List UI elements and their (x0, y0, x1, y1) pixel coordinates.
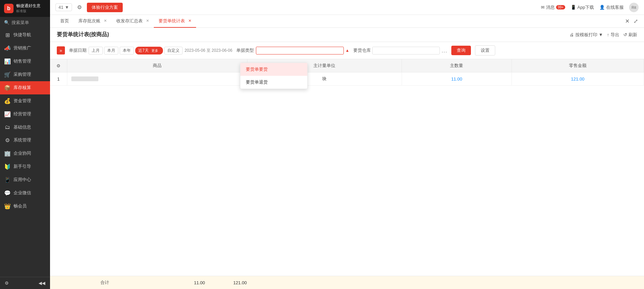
row-quantity: 11.00 (402, 72, 511, 86)
tab-close-order-stats[interactable]: ✕ (188, 19, 191, 23)
date-btn-custom[interactable]: 自定义 (164, 47, 183, 54)
topbar: 41 ▼ ⚙ 体验行业方案 ✉ 消息 99+ 📱 App下载 👤 在线客服 Ri… (50, 0, 644, 15)
date-btn-this-month[interactable]: 本月 (104, 47, 118, 54)
col-settings[interactable]: ⚙ (50, 59, 67, 72)
query-btn[interactable]: 查询 (451, 46, 471, 55)
sidebar-bottom: ⚙ ◀◀ (0, 277, 50, 289)
sidebar-item-inventory[interactable]: 📦 库存核算 (0, 81, 50, 94)
operations-icon: 📈 (4, 111, 11, 117)
app-download-btn[interactable]: 📱 App下载 (571, 4, 594, 10)
row-index: 1 (50, 72, 67, 86)
message-badge: 99+ (556, 5, 565, 9)
table-row: 1 块 11.00 121.00 (50, 72, 644, 86)
purchase-icon: 🛒 (4, 71, 11, 78)
sidebar-item-member[interactable]: 👑 畅会员 (0, 200, 50, 213)
dropdown-item-order-goods[interactable]: 要货单要货 (240, 63, 307, 76)
date-range-display: 2023-05-06 至 2023-06-06 (185, 48, 232, 53)
store-dropdown-icon: ▼ (65, 5, 69, 10)
sidebar-item-purchase[interactable]: 🛒 采购管理 (0, 68, 50, 81)
quick-nav-icon: ⊞ (4, 32, 11, 38)
row-product (67, 72, 247, 86)
amount-link[interactable]: 121.00 (571, 76, 585, 82)
enterprise-icon: 🏢 (4, 150, 11, 157)
row-amount: 121.00 (511, 72, 644, 86)
filter-bar: » 单据日期 上月 本月 本年 近7天 更多 自定义 2023-05-06 至 … (50, 42, 644, 59)
main-area: 41 ▼ ⚙ 体验行业方案 ✉ 消息 99+ 📱 App下载 👤 在线客服 Ri… (50, 0, 644, 289)
sidebar-item-app-center[interactable]: 📱 应用中心 (0, 173, 50, 186)
type-select-arrow[interactable]: ▲ (345, 48, 349, 53)
type-select-wrapper: ▲ (256, 47, 349, 54)
sales-icon: 📊 (4, 58, 11, 65)
sidebar-item-sales[interactable]: 📊 销售管理 (0, 55, 50, 68)
sidebar-nav: ⊞ 快捷导航 📣 营销推广 📊 销售管理 🛒 采购管理 📦 库存核算 💰 资金管… (0, 28, 50, 277)
finance-icon: 💰 (4, 98, 11, 104)
store-name: 41 (58, 5, 63, 10)
tab-receive-summary[interactable]: 收发存汇总表 ✕ (112, 15, 154, 28)
tab-close-inventory-batch[interactable]: ✕ (104, 19, 107, 23)
page-content: 要货单统计表(按商品) 🖨 按模板打印 ▼ ↑ 导出 ↺ 刷新 (50, 28, 644, 289)
tab-close-receive-summary[interactable]: ✕ (146, 19, 149, 23)
tab-inventory-batch[interactable]: 库存批次账 ✕ (74, 15, 112, 28)
refresh-icon: ↺ (623, 32, 627, 37)
guide-icon: 🔰 (4, 163, 11, 170)
online-service-btn[interactable]: 👤 在线客服 (599, 4, 624, 10)
tab-home[interactable]: 首页 (55, 15, 74, 28)
message-icon: ✉ (541, 5, 545, 10)
topbar-settings-btn[interactable]: ⚙ (75, 3, 84, 12)
footer-amount: 121.00 (220, 280, 260, 285)
table-header-row: ⚙ 商品 主计量单位 主数量 零 (50, 59, 644, 72)
quantity-link[interactable]: 11.00 (451, 76, 462, 82)
app-center-icon: 📱 (4, 177, 11, 183)
filter-expand-btn[interactable]: » (57, 46, 65, 54)
wechat-icon: 💬 (4, 190, 11, 196)
message-btn[interactable]: ✉ 消息 99+ (541, 4, 565, 10)
sidebar-item-wechat[interactable]: 💬 企业微信 (0, 186, 50, 200)
sidebar-item-enterprise[interactable]: 🏢 企业协同 (0, 147, 50, 160)
sidebar-logo: b 畅捷通好生意 标准版 (0, 0, 50, 17)
tabbar-actions: ✕ ⤢ (624, 17, 639, 25)
sidebar-item-basic-info[interactable]: 🗂 基础信息 (0, 121, 50, 134)
sidebar-collapse-btn[interactable]: ◀◀ (39, 281, 45, 286)
sidebar-search[interactable]: 🔍 搜索菜单 (0, 17, 50, 28)
settings-filter-btn[interactable]: 设置 (475, 45, 495, 55)
print-btn[interactable]: 🖨 按模板打印 ▼ (570, 32, 603, 38)
date-btn-last-7-days[interactable]: 近7天 更多 (135, 47, 163, 54)
sidebar-item-quick-nav[interactable]: ⊞ 快捷导航 (0, 28, 50, 42)
basic-info-icon: 🗂 (4, 124, 11, 130)
system-icon: ⚙ (4, 137, 11, 143)
product-name-placeholder (71, 76, 98, 81)
sidebar-item-system[interactable]: ⚙ 系统管理 (0, 134, 50, 147)
date-btn-last-month[interactable]: 上月 (89, 47, 103, 54)
store-selector[interactable]: 41 ▼ (55, 3, 72, 11)
sidebar: b 畅捷通好生意 标准版 🔍 搜索菜单 ⊞ 快捷导航 📣 营销推广 📊 销售管理… (0, 0, 50, 289)
sidebar-item-operations[interactable]: 📈 经营管理 (0, 108, 50, 121)
date-buttons: 上月 本月 本年 近7天 更多 自定义 (89, 47, 183, 54)
type-select-input[interactable] (256, 47, 344, 54)
col-quantity: 主数量 (402, 59, 511, 72)
sidebar-item-guide[interactable]: 🔰 新手引导 (0, 160, 50, 173)
inventory-icon: 📦 (4, 85, 11, 91)
sidebar-item-marketing[interactable]: 📣 营销推广 (0, 42, 50, 55)
more-badge: 更多 (150, 48, 160, 53)
sidebar-settings-icon[interactable]: ⚙ (5, 281, 9, 286)
table-area: ⚙ 商品 主计量单位 主数量 零 (50, 59, 644, 276)
sidebar-item-finance[interactable]: 💰 资金管理 (0, 94, 50, 108)
tab-close-all-btn[interactable]: ✕ (624, 17, 630, 25)
warehouse-filter-label: 要货仓库 (353, 47, 371, 53)
footer-quantity: 11.00 (179, 280, 220, 285)
warehouse-input[interactable] (372, 47, 440, 54)
warehouse-filter-group: 要货仓库 … (353, 47, 447, 54)
date-btn-this-year[interactable]: 本年 (120, 47, 134, 54)
date-filter-label: 单据日期 (69, 47, 87, 53)
trial-industry-btn[interactable]: 体验行业方案 (87, 3, 123, 12)
tab-expand-btn[interactable]: ⤢ (633, 17, 639, 25)
col-amount: 零售金额 (511, 59, 644, 72)
logo-icon: b (4, 4, 14, 13)
export-btn[interactable]: ↑ 导出 (607, 32, 620, 38)
tab-order-stats[interactable]: 要货单统计表 ✕ (154, 15, 196, 28)
dropdown-item-order-return[interactable]: 要货单退货 (240, 76, 307, 89)
refresh-btn[interactable]: ↺ 刷新 (623, 32, 637, 38)
user-avatar[interactable]: Rit (629, 3, 639, 12)
data-table: ⚙ 商品 主计量单位 主数量 零 (50, 59, 644, 86)
more-filter-btn[interactable]: … (441, 47, 447, 54)
